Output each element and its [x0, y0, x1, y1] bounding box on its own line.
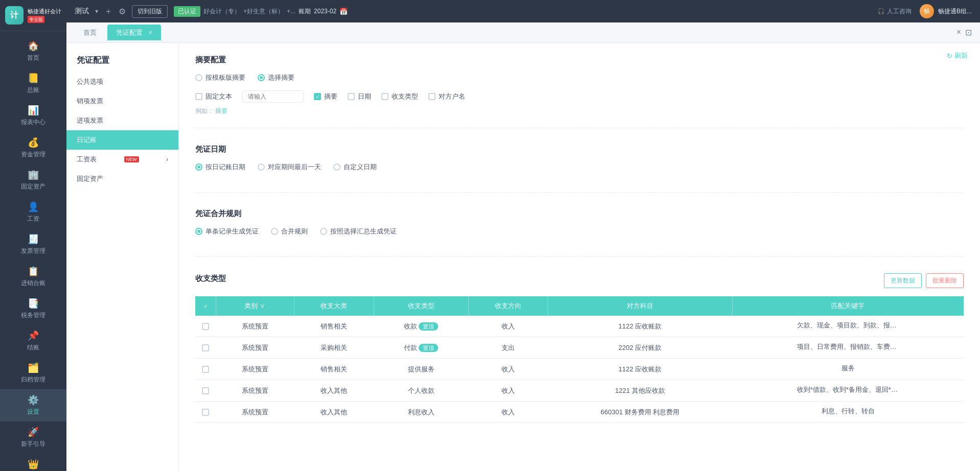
refresh-button[interactable]: ↻ 刷新	[947, 51, 968, 60]
headset-icon: 🎧	[877, 8, 885, 15]
batch-delete-button[interactable]: 批量删除	[926, 273, 964, 288]
checkbox-income-type[interactable]: 收支类型	[381, 92, 418, 101]
menu-item-public[interactable]: 公共选项	[66, 72, 178, 91]
sidebar-item-archive[interactable]: 🗂️ 归档管理	[0, 357, 66, 389]
checkbox-box-counter	[428, 93, 436, 100]
td-sub-type: 付款 置顶	[374, 337, 468, 359]
td-direction: 收入	[468, 316, 548, 337]
sidebar-item-label: 报表中心	[21, 118, 45, 127]
user-menu-btn[interactable]: 畅 畅捷通B组...	[920, 4, 972, 18]
checkbox-summary[interactable]: ✓ 摘要	[314, 92, 337, 101]
avatar: 畅	[920, 4, 934, 18]
menu-item-purchase-invoice[interactable]: 进项发票	[66, 111, 178, 130]
income-expense-table: ✓ 类别 ∨ 收支大类 收支类型 收支方向 对方科目 匹配关键字	[195, 296, 964, 423]
update-data-button[interactable]: 更新数据	[884, 273, 922, 288]
table-row: 系统预置 销售相关 提供服务 收入 1122 应收账款 服务	[195, 359, 964, 380]
sidebar-item-salary[interactable]: 👤 工资	[0, 196, 66, 228]
radio-single-record[interactable]: 单条记录生成凭证	[195, 227, 259, 236]
sidebar-item-home[interactable]: 🏠 首页	[0, 35, 66, 67]
td-category: 系统预置	[216, 402, 294, 423]
member-icon: 👑	[28, 459, 39, 470]
th-main-type: 收支大类	[294, 296, 374, 316]
th-account: 对方科目	[548, 296, 733, 316]
menu-item-journal[interactable]: 日记账	[66, 130, 178, 150]
td-main-type: 收入其他	[294, 380, 374, 402]
th-keywords: 匹配关键字	[732, 296, 964, 316]
radio-summary-generate[interactable]: 按照选择汇总生成凭证	[320, 227, 397, 236]
sidebar-item-purchase-sales[interactable]: 📋 进销台账	[0, 261, 66, 293]
checkbox-fixed-text[interactable]: 固定文本	[195, 92, 232, 101]
sidebar-item-invoice[interactable]: 🧾 发票管理	[0, 228, 66, 261]
topbar-add-icon[interactable]: ＋	[104, 6, 112, 17]
period-value: 2023-02	[314, 8, 336, 15]
table-actions: 更新数据 批量删除	[884, 273, 964, 288]
customer-service-btn[interactable]: 🎧 人工咨询	[877, 7, 911, 16]
sidebar-item-assets[interactable]: 🏢 固定资产	[0, 164, 66, 196]
th-category: 类别 ∨	[216, 296, 294, 316]
topbar-dropdown-icon[interactable]: ▾	[95, 8, 98, 15]
sidebar-item-tax[interactable]: 📑 税务管理	[0, 293, 66, 325]
calendar-icon: 📅	[339, 8, 348, 15]
switch-version-button[interactable]: 切到旧版	[132, 5, 168, 18]
radio-select-summary[interactable]: 选择摘要	[258, 73, 294, 82]
table-row: 系统预置 收入其他 利息收入 收入 660301 财务费用 利息费用 利息、行转…	[195, 402, 964, 423]
radio-journal-date[interactable]: 按日记账日期	[195, 162, 245, 172]
td-direction: 收入	[468, 402, 548, 423]
checkbox-date[interactable]: 日期	[348, 92, 371, 101]
logo-area: 计 畅捷通好会计 专业版	[0, 0, 66, 31]
row-checkbox[interactable]	[202, 409, 209, 416]
date-title: 凭证日期	[195, 145, 964, 154]
restore-window-icon[interactable]: ⊡	[965, 28, 972, 37]
radio-custom-date[interactable]: 自定义日期	[333, 162, 377, 172]
sidebar-item-member[interactable]: 👑 畅会员	[0, 454, 66, 471]
page-title: 凭证配置	[66, 47, 178, 72]
menu-item-fixed-assets[interactable]: 固定资产	[66, 169, 178, 189]
sidebar-item-label: 归档管理	[21, 375, 45, 384]
topbar: 测试 ▾ ＋ ⚙ 切到旧版 已认证 好会计（专） +好生意（标） +... 账期…	[66, 0, 980, 22]
sidebar-item-label: 首页	[27, 54, 39, 62]
radio-circle	[333, 163, 340, 171]
topbar-gear-icon[interactable]: ⚙	[119, 7, 126, 16]
radio-circle	[258, 163, 265, 171]
sidebar-item-finance[interactable]: 💰 资金管理	[0, 132, 66, 164]
product-badge1: 好会计（专）	[203, 7, 240, 16]
refresh-icon: ↻	[947, 52, 952, 60]
table-row: 系统预置 收入其他 个人收款 收入 1221 其他应收款 收到*借款、收到*备用…	[195, 380, 964, 402]
row-checkbox[interactable]	[202, 344, 209, 351]
sidebar-item-guide[interactable]: 🚀 新手引导	[0, 421, 66, 454]
row-checkbox[interactable]	[202, 323, 209, 330]
radio-merge-rule[interactable]: 合并规则	[271, 227, 308, 236]
checkbox-counterparty[interactable]: 对方户名	[428, 92, 465, 101]
sidebar-item-report[interactable]: 📊 报表中心	[0, 100, 66, 132]
td-category: 系统预置	[216, 359, 294, 380]
checkbox-box-checked: ✓	[314, 93, 321, 100]
sidebar-item-label: 设置	[27, 408, 39, 416]
date-radio-group: 按日记账日期 对应期间最后一天 自定义日期	[195, 162, 964, 172]
menu-item-sales-invoice[interactable]: 销项发票	[66, 91, 178, 111]
sidebar-item-settings[interactable]: ⚙️ 设置	[0, 389, 66, 421]
product-badge2: +好生意（标）	[243, 7, 284, 16]
tab-home[interactable]: 首页	[75, 25, 105, 40]
menu-item-payroll[interactable]: 工资表 NEW ›	[66, 150, 178, 169]
fixed-text-input[interactable]	[242, 90, 304, 103]
tab-voucher-config[interactable]: 凭证配置 ×	[107, 25, 161, 40]
tab-close-icon[interactable]: ×	[149, 29, 152, 36]
top-tag[interactable]: 置顶	[419, 344, 438, 352]
td-keywords: 欠款、现金、项目款、到款、报销款、汇入、...	[732, 316, 964, 337]
sidebar-item-close[interactable]: 📌 结账	[0, 325, 66, 357]
checkbox-box-date	[348, 93, 355, 100]
td-direction: 支出	[468, 337, 548, 359]
top-tag[interactable]: 置顶	[419, 322, 438, 331]
select-all-checkbox[interactable]: ✓	[202, 302, 209, 310]
close-window-icon[interactable]: ×	[956, 28, 961, 37]
td-main-type: 收入其他	[294, 402, 374, 423]
radio-template-summary[interactable]: 按模板版摘要	[195, 73, 245, 82]
expand-icon: ›	[166, 156, 168, 163]
row-checkbox[interactable]	[202, 387, 209, 394]
row-checkbox[interactable]	[202, 366, 209, 373]
th-sub-type: 收支类型	[374, 296, 468, 316]
sidebar-item-ledger[interactable]: 📒 总账	[0, 67, 66, 100]
left-menu: 凭证配置 公共选项 销项发票 进项发票 日记账 工资表 NEW › 固定资产	[66, 43, 179, 471]
radio-period-last-day[interactable]: 对应期间最后一天	[258, 162, 321, 172]
close-period-icon: 📌	[28, 330, 39, 341]
